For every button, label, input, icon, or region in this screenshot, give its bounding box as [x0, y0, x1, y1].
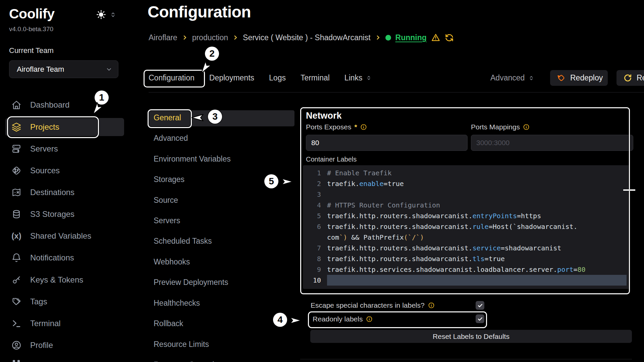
reset-labels-button[interactable]: Reset Labels to Defaults — [310, 330, 632, 343]
warning-icon[interactable] — [431, 33, 440, 42]
tab-terminal[interactable]: Terminal — [301, 73, 330, 82]
breadcrumb-resource[interactable]: Service ( Website ) - ShadowArcanist — [243, 33, 371, 42]
subnav-item-clipped[interactable]: Resource Operations — [154, 360, 226, 362]
subnav-item-resource-limits[interactable]: Resource Limits — [154, 339, 209, 349]
subnav-item-preview-deployments[interactable]: Preview Deployments — [154, 277, 228, 287]
terminal-icon — [11, 318, 21, 328]
subnav-item-advanced[interactable]: Advanced — [154, 133, 188, 143]
git-source-icon — [11, 166, 21, 176]
subnav-item-servers[interactable]: Servers — [154, 216, 180, 226]
line-number: 10 — [303, 276, 327, 284]
page-title: Configuration — [148, 3, 251, 21]
code-line[interactable]: 4# HTTPS Router Configuration — [303, 200, 630, 210]
sidebar-item-keys-tokens[interactable]: Keys & Tokens — [11, 273, 124, 287]
tab-logs[interactable]: Logs — [269, 73, 286, 82]
chevron-right-icon — [375, 35, 381, 41]
annotation-arrow-5 — [280, 175, 294, 188]
sidebar-item-shared-variables[interactable]: (x) Shared Variables — [11, 229, 124, 243]
user-circle-icon — [11, 340, 21, 350]
tab-deployments[interactable]: Deployments — [209, 73, 254, 82]
code-line[interactable]: 8traefik.http.routers.shadowarcanist.tls… — [303, 253, 630, 264]
info-icon[interactable] — [360, 124, 367, 130]
subnav-item-webhooks[interactable]: Webhooks — [154, 257, 190, 267]
code-line[interactable]: 10 — [303, 275, 630, 286]
sidebar-item-terminal[interactable]: Terminal — [11, 316, 124, 330]
redeploy-button[interactable]: Redeploy — [550, 70, 608, 86]
line-number: 1 — [303, 169, 327, 177]
info-icon[interactable] — [366, 316, 373, 322]
info-icon[interactable] — [428, 302, 435, 309]
team-select[interactable]: Airoflare Team — [9, 60, 118, 78]
escape-labels-checkbox[interactable] — [476, 301, 484, 310]
annotation-badge-2: 2 — [205, 47, 219, 61]
info-icon[interactable] — [523, 124, 530, 130]
code-line[interactable]: 7traefik.http.routers.shadowarcanist.ser… — [303, 243, 630, 253]
redeploy-icon — [557, 73, 566, 82]
app-logo[interactable]: Coolify — [9, 6, 54, 22]
line-number: 3 — [303, 190, 327, 198]
team-select-value: Airoflare Team — [17, 65, 64, 74]
subnav-item-source[interactable]: Source — [154, 195, 178, 205]
line-number: 8 — [303, 255, 327, 263]
sidebar-item-sources[interactable]: Sources — [11, 164, 124, 178]
sidebar-item-servers[interactable]: Servers — [11, 142, 124, 156]
annotation-badge-3: 3 — [208, 110, 222, 124]
status-dot — [385, 35, 391, 41]
advanced-dropdown[interactable]: Advanced — [490, 70, 535, 86]
restart-button-clipped[interactable]: Re — [616, 70, 644, 86]
theme-select-chevrons-icon[interactable] — [109, 11, 117, 18]
breadcrumb-project[interactable]: Airoflare — [149, 33, 177, 42]
subnav-item-environment-variables[interactable]: Environment Variables — [154, 154, 231, 164]
annotation-arrow-4 — [288, 314, 303, 327]
restart-icon — [623, 73, 632, 82]
sidebar-item-destinations[interactable]: Destinations — [11, 185, 124, 199]
network-panel-title: Network — [306, 111, 342, 121]
subnav-item-scheduled-tasks[interactable]: Scheduled Tasks — [154, 236, 212, 246]
container-labels-label: Container Labels — [306, 156, 357, 163]
theme-toggle-sun-icon[interactable] — [96, 9, 106, 20]
status-badge[interactable]: Running — [395, 33, 427, 42]
home-icon — [11, 100, 21, 110]
sidebar-item-tags[interactable]: Tags — [11, 295, 124, 309]
clipped-sidebar-icon — [13, 360, 15, 362]
code-line[interactable]: 3 — [303, 189, 630, 200]
sidebar-item-profile[interactable]: Profile — [11, 338, 124, 352]
code-line[interactable]: 1# Enable Traefik — [303, 168, 630, 178]
database-icon — [11, 209, 21, 219]
annotation-badge-5: 5 — [264, 174, 278, 188]
bell-icon — [11, 253, 21, 263]
clipped-sidebar-icon — [17, 360, 20, 362]
sidebar-item-notifications[interactable]: Notifications — [11, 251, 124, 265]
line-number: 5 — [303, 212, 327, 220]
ports-mappings-input[interactable] — [471, 135, 633, 151]
breadcrumb: Airoflare production Service ( Website )… — [149, 33, 454, 43]
readonly-labels-label: Readonly labels — [313, 315, 373, 323]
readonly-labels-checkbox[interactable] — [476, 314, 484, 323]
code-line[interactable]: com`) && PathPrefix(`/`) — [303, 232, 630, 243]
ports-exposes-label: Ports Exposes * — [306, 123, 367, 131]
line-number: 7 — [303, 244, 327, 252]
app-version: v4.0.0-beta.370 — [9, 25, 53, 33]
chevrons-up-down-icon — [366, 75, 372, 81]
code-line[interactable]: 5traefik.http.routers.shadowarcanist.ent… — [303, 210, 630, 221]
subnav-item-general[interactable]: General — [154, 113, 181, 123]
subnav-item-healthchecks[interactable]: Healthchecks — [154, 298, 200, 308]
breadcrumb-environment[interactable]: production — [192, 33, 228, 42]
tab-configuration[interactable]: Configuration — [149, 73, 195, 82]
sidebar-item-projects[interactable]: Projects — [5, 118, 124, 136]
code-line[interactable]: 2traefik.enable=true — [303, 178, 630, 189]
code-line[interactable]: 6traefik.http.routers.shadowarcanist.rul… — [303, 221, 630, 232]
ports-mappings-label: Ports Mappings — [471, 123, 530, 131]
sidebar-item-s3-storages[interactable]: S3 Storages — [11, 207, 124, 221]
refresh-icon[interactable] — [445, 33, 454, 42]
code-line[interactable]: 9traefik.http.services.shadowarcanist.lo… — [303, 264, 630, 275]
subnav-item-rollback[interactable]: Rollback — [154, 318, 183, 328]
subnav-item-storages[interactable]: Storages — [154, 174, 184, 184]
key-icon — [11, 275, 21, 285]
ports-exposes-input[interactable] — [306, 135, 468, 151]
tab-links[interactable]: Links — [344, 73, 372, 82]
container-labels-editor[interactable]: 1# Enable Traefik2traefik.enable=true34#… — [303, 165, 630, 289]
line-number: 2 — [303, 180, 327, 188]
chevrons-up-down-icon — [528, 75, 535, 81]
current-team-label: Current Team — [9, 46, 54, 55]
